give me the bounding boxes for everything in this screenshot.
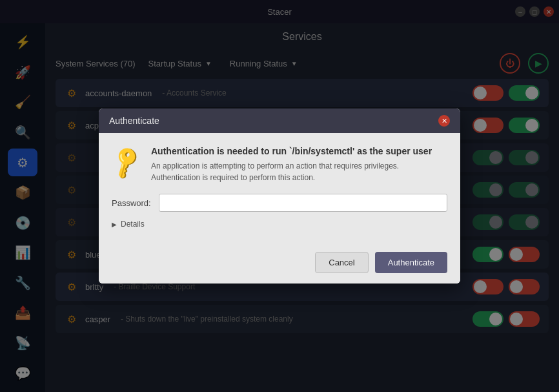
password-input[interactable]: [159, 194, 447, 212]
authenticate-modal: Authenticate ✕ 🔑 Authentication is neede…: [99, 108, 460, 284]
modal-header: Authenticate ✕: [99, 108, 460, 133]
app-window: Stacer – ◻ ✕ ⚡ 🚀 🧹 🔍 ⚙ 📦 💿 📊 🔧 📤 📡 💬 Ser…: [0, 0, 559, 392]
modal-message-body: An application is attempting to perform …: [151, 160, 447, 183]
modal-title: Authenticate: [109, 116, 159, 126]
modal-footer: Cancel Authenticate: [99, 245, 460, 284]
modal-body: 🔑 Authentication is needed to run `/bin/…: [99, 133, 460, 245]
modal-text-block: Authentication is needed to run `/bin/sy…: [151, 146, 447, 183]
authenticate-button[interactable]: Authenticate: [375, 252, 447, 273]
modal-close-button[interactable]: ✕: [438, 115, 450, 127]
password-row: Password:: [112, 194, 447, 212]
modal-message-title: Authentication is needed to run `/bin/sy…: [151, 146, 447, 156]
details-arrow-icon: ▶: [112, 221, 117, 228]
modal-top-row: 🔑 Authentication is needed to run `/bin/…: [112, 146, 447, 183]
modal-overlay: Authenticate ✕ 🔑 Authentication is neede…: [0, 0, 559, 392]
details-label: Details: [121, 220, 145, 229]
password-label: Password:: [112, 198, 151, 208]
details-row[interactable]: ▶ Details: [112, 220, 447, 229]
key-icon: 🔑: [107, 143, 146, 181]
cancel-button[interactable]: Cancel: [315, 252, 368, 273]
